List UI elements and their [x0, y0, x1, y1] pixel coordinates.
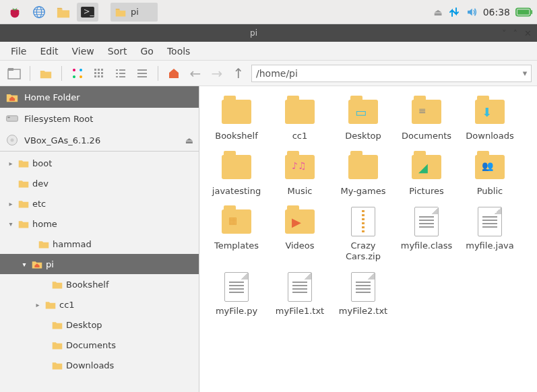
folder-desktop[interactable]: ▭Desktop [331, 96, 395, 141]
file-myfile-java[interactable]: myfile.java [458, 205, 522, 261]
svg-rect-11 [517, 9, 530, 14]
svg-point-15 [73, 69, 75, 71]
folder-mygames[interactable]: My-games [331, 151, 395, 197]
tree-etc[interactable]: ▸etc [0, 193, 199, 214]
folder-music[interactable]: ♪♫Music [268, 151, 331, 197]
tree-bookshelf[interactable]: Bookshelf [0, 274, 199, 294]
svg-point-17 [73, 75, 75, 78]
sidebar: Home Folder Filesystem Root VBox_GAs_6.1… [0, 86, 199, 392]
web-browser-icon[interactable] [28, 3, 50, 22]
svg-text:>_: >_ [84, 6, 94, 15]
file-crazycars-zip[interactable]: Crazy Cars.zip [331, 205, 395, 261]
folder-templates[interactable]: ▦Templates [205, 205, 268, 261]
battery-icon[interactable] [515, 7, 533, 17]
svg-rect-27 [101, 75, 103, 77]
new-folder-button[interactable] [37, 65, 55, 82]
menu-view[interactable]: View [67, 43, 100, 59]
view-compact-button[interactable] [90, 65, 108, 82]
svg-rect-32 [116, 76, 118, 77]
svg-rect-22 [94, 72, 96, 74]
close-icon[interactable]: ✕ [524, 28, 532, 38]
folder-documents[interactable]: ≡Documents [395, 96, 458, 141]
svg-rect-31 [119, 73, 125, 74]
tree-pi[interactable]: ▾pi [0, 254, 199, 274]
volume-icon[interactable] [466, 6, 478, 18]
file-myfile-class[interactable]: myfile.class [395, 205, 458, 261]
forward-button[interactable]: → [208, 65, 226, 82]
svg-rect-37 [7, 116, 18, 121]
tree-dev[interactable]: dev [0, 173, 199, 193]
window-titlebar[interactable]: pi ˅ ˄ ✕ [0, 24, 537, 42]
view-detail-button[interactable] [133, 65, 151, 82]
folder-bookshelf[interactable]: Bookshelf [205, 96, 268, 141]
eject-media-icon[interactable]: ⏏ [185, 135, 193, 145]
tree-documents[interactable]: Documents [0, 335, 199, 355]
svg-rect-21 [101, 69, 103, 71]
svg-rect-29 [119, 69, 125, 71]
file-myfile1-txt[interactable]: myFile1.txt [268, 271, 331, 317]
folder-downloads[interactable]: ⬇Downloads [458, 96, 522, 141]
tree-home[interactable]: ▾home [0, 214, 199, 234]
separator [61, 66, 62, 81]
tree-hammad[interactable]: hammad [0, 234, 199, 254]
svg-rect-23 [98, 72, 100, 74]
places-panel: Home Folder Filesystem Root VBox_GAs_6.1… [0, 86, 199, 151]
file-manager-icon[interactable] [53, 3, 74, 22]
svg-rect-20 [98, 69, 100, 71]
system-taskbar: >_ pi ⏏ 06:38 [0, 0, 537, 24]
svg-point-16 [80, 69, 82, 71]
home-button[interactable] [165, 65, 183, 82]
svg-rect-33 [119, 76, 125, 77]
folder-videos[interactable]: ▶Videos [268, 205, 331, 261]
tree-boot[interactable]: ▸boot [0, 153, 199, 173]
place-home[interactable]: Home Folder [0, 86, 199, 108]
path-dropdown-icon[interactable]: ▾ [519, 68, 531, 78]
svg-point-40 [11, 139, 14, 142]
folder-tree[interactable]: ▸boot dev ▸etc ▾home hammad ▾pi Bookshel… [0, 151, 199, 392]
file-view[interactable]: Bookshelf cc1 ▭Desktop ≡Documents ⬇Downl… [199, 86, 537, 392]
place-vbox-label: VBox_GAs_6.1.26 [24, 135, 100, 145]
path-bar[interactable]: ▾ [251, 65, 532, 82]
tree-cc1[interactable]: ▸cc1 [0, 294, 199, 315]
up-button[interactable]: ↑ [230, 65, 247, 82]
terminal-icon[interactable]: >_ [77, 3, 98, 22]
taskbar-window-button[interactable]: pi [110, 3, 158, 22]
file-myfile-py[interactable]: myFile.py [205, 271, 268, 317]
menu-sort[interactable]: Sort [102, 43, 133, 59]
network-icon[interactable] [448, 6, 460, 18]
folder-pictures[interactable]: ◢Pictures [395, 151, 458, 197]
svg-rect-38 [7, 117, 9, 119]
icon-grid: Bookshelf cc1 ▭Desktop ≡Documents ⬇Downl… [205, 96, 532, 326]
maximize-icon[interactable]: ˄ [513, 28, 518, 38]
svg-rect-28 [116, 69, 118, 71]
main-area: Home Folder Filesystem Root VBox_GAs_6.1… [0, 86, 537, 392]
taskbar-window-label: pi [131, 7, 139, 17]
path-input[interactable] [252, 68, 519, 79]
place-filesystem[interactable]: Filesystem Root [0, 108, 199, 129]
svg-rect-12 [531, 10, 532, 14]
file-myfile2-txt[interactable]: myFile2.txt [331, 271, 395, 317]
toolbar: ← → ↑ ▾ [0, 61, 537, 86]
clock[interactable]: 06:38 [483, 7, 510, 18]
svg-point-18 [80, 75, 82, 78]
menu-tools[interactable]: Tools [162, 43, 196, 59]
separator [158, 66, 158, 81]
tree-desktop[interactable]: Desktop [0, 315, 199, 335]
separator [30, 66, 30, 81]
folder-public[interactable]: 👥Public [458, 151, 522, 197]
folder-cc1[interactable]: cc1 [268, 96, 331, 141]
raspberry-menu-icon[interactable] [4, 3, 26, 22]
view-list-button[interactable] [112, 65, 129, 82]
minimize-icon[interactable]: ˅ [502, 28, 507, 38]
menubar: File Edit View Sort Go Tools [0, 42, 537, 61]
tree-downloads[interactable]: Downloads [0, 355, 199, 375]
view-icons-button[interactable] [69, 65, 86, 82]
menu-go[interactable]: Go [135, 43, 159, 59]
menu-edit[interactable]: Edit [34, 43, 63, 59]
menu-file[interactable]: File [5, 43, 32, 59]
place-vbox[interactable]: VBox_GAs_6.1.26 ⏏ [0, 129, 199, 151]
back-button[interactable]: ← [187, 65, 204, 82]
folder-javatesting[interactable]: javatesting [205, 151, 268, 197]
eject-icon[interactable]: ⏏ [433, 7, 442, 18]
new-tab-button[interactable] [5, 65, 23, 82]
